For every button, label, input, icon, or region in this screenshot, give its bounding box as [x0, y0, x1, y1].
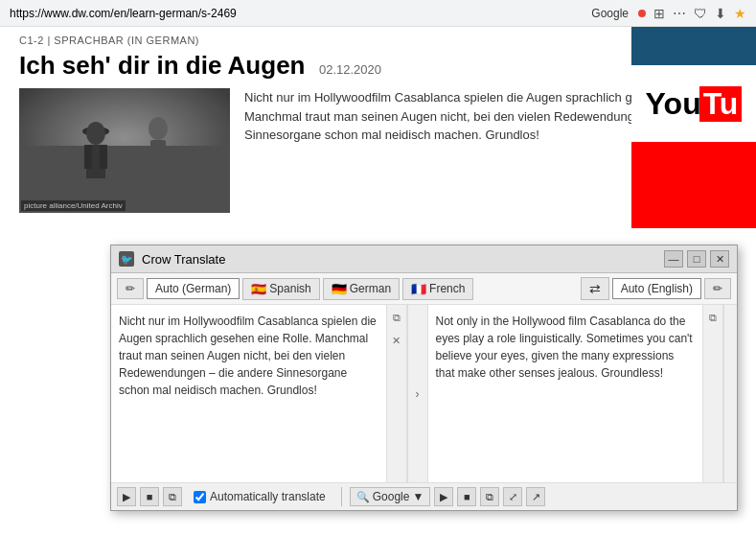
right-toolbar: Auto (English) ✏ [612, 278, 731, 299]
breadcrumb: C1-2 | SPRACHBAR (IN GERMAN) [19, 35, 737, 46]
page-icon[interactable]: ⊞ [653, 6, 665, 21]
youtube-banner: You Tu [631, 27, 756, 228]
article-body: picture alliance/United Archiv Nicht nur… [19, 88, 737, 213]
google-translate-logo: 🔍 [356, 491, 370, 503]
google-label: Google [591, 7, 629, 20]
url-bar[interactable]: https://www.dw.com/en/learn-german/s-246… [10, 7, 237, 20]
swap-icon[interactable]: ⇄ [581, 277, 609, 300]
source-panel-icons: ⧉ ✕ [386, 305, 407, 482]
dialog-titlebar: 🐦 Crow Translate — □ ✕ [111, 245, 737, 273]
copy-target-icon[interactable]: ⧉ [704, 309, 722, 326]
dialog-toolbar: ✏ Auto (German) 🇪🇸 Spanish 🇩🇪 German 🇫🇷 … [111, 273, 737, 305]
page-content: C1-2 | SPRACHBAR (IN GERMAN) Ich seh' di… [0, 27, 756, 221]
google-badge: Google ⊞ ⋯ 🛡 ⬇ ★ [591, 6, 746, 21]
divider [341, 487, 342, 506]
copy-bottom-target-button[interactable]: ⧉ [480, 487, 499, 506]
auto-translate-checkbox[interactable] [194, 491, 206, 503]
youtube-you-text: You [646, 86, 701, 122]
target-panel-icons: ⧉ [702, 305, 723, 482]
star-icon[interactable]: ★ [734, 6, 746, 21]
settings-bottom-button[interactable]: ↗ [526, 487, 545, 506]
dialog-bottom: ▶ ■ ⧉ Automatically translate 🔍 Google ▼… [111, 482, 737, 510]
source-textarea[interactable]: Nicht nur im Hollywoodfilm Casablanca sp… [111, 305, 386, 482]
minimize-button[interactable]: — [664, 250, 683, 268]
url-text: https://www.dw.com/en/learn-german/s-246… [10, 7, 237, 20]
youtube-bottom-bar [631, 142, 756, 228]
close-button[interactable]: ✕ [710, 250, 729, 268]
copy-source-icon[interactable]: ⧉ [388, 309, 405, 326]
dialog-controls: — □ ✕ [664, 250, 729, 268]
play-target-button[interactable]: ▶ [434, 487, 453, 506]
browser-bar: https://www.dw.com/en/learn-german/s-246… [0, 0, 756, 27]
dropdown-arrow[interactable]: ▼ [412, 490, 424, 503]
fullscreen-button[interactable]: ⤢ [503, 487, 522, 506]
german-button[interactable]: 🇩🇪 German [323, 278, 400, 300]
edit-source-icon[interactable]: ✏ [117, 278, 144, 299]
google-translate-button[interactable]: 🔍 Google ▼ [350, 487, 431, 506]
svg-rect-10 [19, 88, 230, 213]
article-image: picture alliance/United Archiv [19, 88, 230, 213]
more-icon[interactable]: ⋯ [673, 6, 686, 21]
auto-translate-label: Automatically translate [210, 490, 326, 503]
youtube-logo-area: You Tu [631, 65, 756, 142]
target-textarea[interactable]: Not only in the Hollywood film Casablanc… [428, 305, 703, 482]
maximize-button[interactable]: □ [687, 250, 706, 268]
french-button[interactable]: 🇫🇷 French [402, 278, 473, 300]
spanish-button[interactable]: 🇪🇸 Spanish [242, 278, 319, 300]
dialog-title: Crow Translate [142, 252, 225, 267]
google-translate-label: Google [373, 490, 410, 503]
edit-target-icon[interactable]: ✏ [704, 278, 731, 299]
play-source-button[interactable]: ▶ [117, 487, 136, 506]
auto-german-button[interactable]: Auto (German) [147, 278, 240, 299]
download-icon[interactable]: ⬇ [715, 6, 726, 21]
source-panel: Nicht nur im Hollywoodfilm Casablanca sp… [111, 305, 386, 482]
auto-translate-check[interactable]: Automatically translate [194, 490, 326, 503]
article-title: Ich seh' dir in die Augen [19, 51, 305, 80]
youtube-tu-text: Tu [699, 86, 743, 122]
mid-panel: › [407, 305, 428, 482]
translation-area: Nicht nur im Hollywoodfilm Casablanca sp… [111, 305, 737, 482]
copy-bottom-source-button[interactable]: ⧉ [163, 487, 182, 506]
scrollbar[interactable] [723, 305, 737, 482]
dialog-app-icon: 🐦 [119, 251, 134, 267]
scroll-up-icon[interactable]: › [409, 385, 426, 403]
google-dot [638, 10, 646, 17]
image-caption: picture alliance/United Archiv [21, 200, 126, 211]
stop-target-button[interactable]: ■ [457, 487, 476, 506]
article-date: 02.12.2020 [319, 62, 381, 77]
auto-english-button[interactable]: Auto (English) [612, 278, 701, 299]
shield-icon[interactable]: 🛡 [694, 6, 707, 21]
stop-source-button[interactable]: ■ [140, 487, 159, 506]
youtube-top-bar [631, 27, 756, 65]
target-panel: Not only in the Hollywood film Casablanc… [428, 305, 703, 482]
clear-source-icon[interactable]: ✕ [388, 332, 405, 349]
crow-translate-dialog: 🐦 Crow Translate — □ ✕ ✏ Auto (German) 🇪… [110, 245, 738, 511]
